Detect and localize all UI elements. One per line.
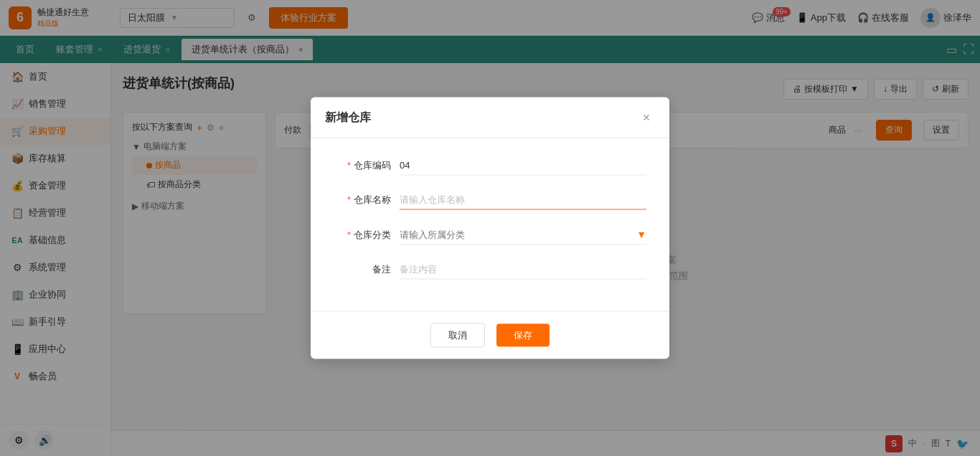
form-row-name: 仓库名称 bbox=[334, 190, 646, 210]
form-row-note: 备注 bbox=[334, 260, 646, 280]
category-arrow-icon: ▼ bbox=[636, 229, 646, 240]
code-label: 仓库编码 bbox=[334, 159, 391, 172]
note-input[interactable] bbox=[400, 260, 646, 280]
modal-close-btn[interactable]: × bbox=[638, 109, 655, 126]
cancel-button[interactable]: 取消 bbox=[430, 323, 485, 348]
name-label: 仓库名称 bbox=[334, 194, 391, 206]
category-label: 仓库分类 bbox=[334, 228, 391, 241]
modal-footer: 取消 保存 bbox=[311, 311, 669, 359]
modal-body: 仓库编码 仓库名称 仓库分类 ▼ 备注 bbox=[311, 138, 669, 311]
form-row-code: 仓库编码 bbox=[334, 156, 646, 176]
save-button[interactable]: 保存 bbox=[496, 324, 550, 347]
new-warehouse-modal: 新增仓库 × 仓库编码 仓库名称 仓库分类 ▼ 备注 取消 保存 bbox=[311, 98, 669, 359]
modal-title: 新增仓库 bbox=[325, 110, 371, 125]
form-row-category: 仓库分类 ▼ bbox=[334, 224, 646, 245]
category-input[interactable] bbox=[400, 229, 636, 239]
code-input[interactable] bbox=[400, 156, 646, 176]
category-select[interactable]: ▼ bbox=[400, 224, 646, 245]
name-input[interactable] bbox=[400, 190, 646, 210]
modal-header: 新增仓库 × bbox=[311, 98, 669, 138]
note-label: 备注 bbox=[334, 263, 391, 276]
